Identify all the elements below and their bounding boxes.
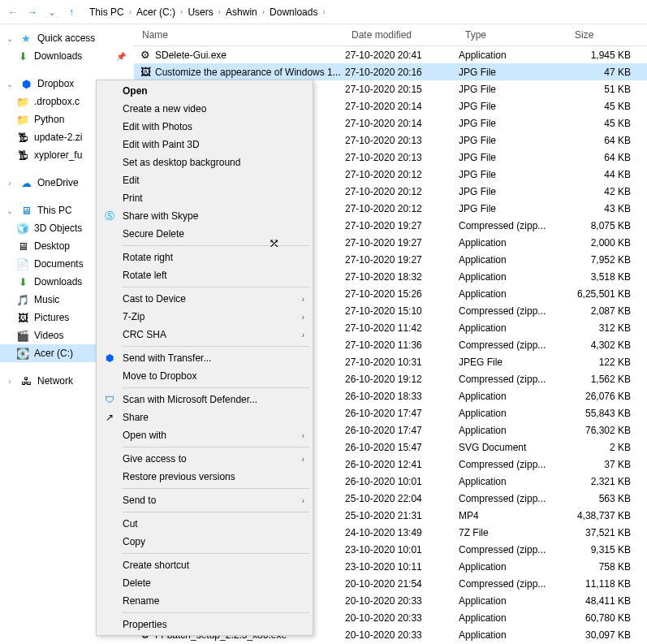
menu-item-label: Properties bbox=[123, 619, 167, 630]
menu-item-label: Send with Transfer... bbox=[123, 352, 211, 364]
menu-separator bbox=[123, 553, 309, 554]
file-type: JPG File bbox=[459, 186, 568, 197]
menu-item[interactable]: Cut bbox=[98, 515, 311, 533]
sidebar-item-label: Desktop bbox=[34, 240, 70, 252]
file-type: JPG File bbox=[459, 67, 568, 78]
menu-item[interactable]: ⬢Send with Transfer... bbox=[98, 349, 311, 367]
menu-item[interactable]: Set as desktop background bbox=[98, 153, 311, 171]
menu-item[interactable]: Properties bbox=[98, 616, 311, 633]
chevron-right-icon[interactable]: › bbox=[5, 377, 15, 386]
file-date: 27-10-2020 18:32 bbox=[345, 271, 459, 283]
chevron-down-icon[interactable]: ⌄ bbox=[5, 34, 15, 43]
menu-item[interactable]: Edit with Paint 3D bbox=[98, 136, 311, 153]
menu-item[interactable]: 🛡Scan with Microsoft Defender... bbox=[98, 391, 311, 408]
file-date: 27-10-2020 20:13 bbox=[345, 135, 459, 146]
breadcrumb-segment[interactable]: Ashwin bbox=[222, 5, 261, 19]
file-date: 27-10-2020 20:12 bbox=[345, 203, 459, 214]
docs-icon bbox=[16, 257, 29, 270]
chevron-right-icon[interactable]: › bbox=[262, 7, 265, 16]
sidebar-item-label: Downloads bbox=[34, 50, 82, 62]
file-date: 27-10-2020 20:14 bbox=[345, 118, 459, 129]
file-type: Application bbox=[459, 237, 568, 249]
file-type: Application bbox=[459, 408, 568, 419]
menu-item-label: Edit bbox=[123, 175, 140, 186]
chevron-right-icon: › bbox=[302, 455, 304, 464]
sidebar-quick-access[interactable]: ⌄ Quick access bbox=[0, 29, 134, 47]
chevron-right-icon[interactable]: › bbox=[322, 7, 325, 16]
menu-item[interactable]: Give access to› bbox=[98, 450, 311, 468]
up-button[interactable]: ↑ bbox=[62, 2, 81, 22]
file-date: 26-10-2020 15:47 bbox=[345, 442, 459, 453]
menu-item[interactable]: Edit with Photos bbox=[98, 118, 311, 136]
breadcrumb[interactable]: This PC›Acer (C:)›Users›Ashwin›Downloads… bbox=[86, 5, 326, 19]
file-date: 27-10-2020 19:27 bbox=[345, 254, 459, 266]
recent-dropdown-icon[interactable]: ⌄ bbox=[42, 2, 62, 22]
menu-item[interactable]: Copy bbox=[98, 533, 311, 551]
context-menu: OpenCreate a new videoEdit with PhotosEd… bbox=[96, 80, 313, 636]
forward-button[interactable]: → bbox=[23, 2, 42, 22]
chevron-right-icon: › bbox=[302, 331, 304, 339]
menu-item[interactable]: Delete bbox=[98, 574, 311, 592]
breadcrumb-segment[interactable]: Users bbox=[184, 5, 216, 19]
menu-item[interactable]: Create shortcut bbox=[98, 556, 311, 574]
file-date: 20-10-2020 20:33 bbox=[345, 595, 459, 607]
menu-separator bbox=[123, 612, 309, 613]
menu-item[interactable]: Rotate right bbox=[98, 249, 311, 266]
chevron-down-icon[interactable]: ⌄ bbox=[5, 80, 15, 89]
back-button[interactable]: ← bbox=[3, 2, 23, 22]
menu-item[interactable]: Restore previous versions bbox=[98, 468, 311, 486]
menu-item[interactable]: Create a new video bbox=[98, 100, 311, 118]
chevron-down-icon[interactable]: ⌄ bbox=[5, 206, 15, 215]
menu-item-label: Print bbox=[123, 192, 143, 204]
menu-separator bbox=[123, 287, 309, 287]
file-type: Application bbox=[459, 50, 568, 61]
menu-item-label: Open bbox=[123, 85, 148, 97]
zip-icon bbox=[16, 149, 29, 162]
menu-item[interactable]: CRC SHA› bbox=[98, 326, 311, 344]
menu-item[interactable]: ↗Share bbox=[98, 408, 311, 426]
menu-item[interactable]: Edit bbox=[98, 171, 311, 189]
menu-item[interactable]: 7-Zip› bbox=[98, 308, 311, 326]
column-date[interactable]: Date modified bbox=[345, 24, 459, 45]
column-type[interactable]: Type bbox=[459, 24, 568, 45]
menu-item[interactable]: Open bbox=[98, 82, 311, 100]
file-size: 47 KB bbox=[568, 67, 647, 78]
menu-item-label: Edit with Paint 3D bbox=[123, 139, 200, 150]
file-size: 4,302 KB bbox=[568, 339, 647, 351]
menu-item[interactable]: ⓈShare with Skype bbox=[98, 207, 311, 225]
menu-item-label: Rename bbox=[123, 595, 159, 607]
chevron-right-icon: › bbox=[302, 295, 304, 304]
menu-item-label: Move to Dropbox bbox=[123, 370, 196, 382]
chevron-right-icon[interactable]: › bbox=[129, 7, 132, 16]
menu-item[interactable]: Rotate left bbox=[98, 266, 311, 284]
breadcrumb-segment[interactable]: This PC bbox=[86, 5, 127, 19]
menu-item[interactable]: Cast to Device› bbox=[98, 290, 311, 308]
menu-item-label: Secure Delete bbox=[123, 228, 184, 240]
chevron-right-icon[interactable]: › bbox=[218, 7, 221, 16]
column-size[interactable]: Size bbox=[568, 24, 647, 45]
chevron-right-icon[interactable]: › bbox=[180, 7, 183, 16]
file-size: 64 KB bbox=[568, 152, 647, 163]
file-date: 27-10-2020 19:27 bbox=[345, 220, 459, 231]
obj-icon bbox=[16, 222, 29, 235]
file-row[interactable]: Customize the appearance of Windows 1...… bbox=[134, 63, 647, 80]
menu-item[interactable]: Open with› bbox=[98, 426, 311, 444]
menu-item[interactable]: Rename bbox=[98, 592, 311, 610]
file-type: JPG File bbox=[459, 101, 568, 112]
breadcrumb-segment[interactable]: Acer (C:) bbox=[133, 5, 179, 19]
file-type: MP4 bbox=[459, 510, 568, 521]
breadcrumb-segment[interactable]: Downloads bbox=[266, 5, 321, 19]
file-size: 64 KB bbox=[568, 135, 647, 146]
menu-item[interactable]: Print bbox=[98, 189, 311, 207]
menu-item[interactable]: Send to› bbox=[98, 491, 311, 509]
file-size: 2,321 KB bbox=[568, 476, 647, 487]
chevron-right-icon[interactable]: › bbox=[5, 179, 15, 188]
column-name[interactable]: Name bbox=[134, 24, 345, 45]
file-type: Application bbox=[459, 254, 568, 266]
file-row[interactable]: SDelete-Gui.exe27-10-2020 20:41Applicati… bbox=[134, 46, 647, 63]
file-date: 26-10-2020 18:33 bbox=[345, 391, 459, 402]
file-size: 60,780 KB bbox=[568, 612, 647, 624]
sidebar-item[interactable]: Downloads📌 bbox=[0, 47, 134, 65]
menu-item[interactable]: Move to Dropbox bbox=[98, 367, 311, 385]
menu-item[interactable]: Secure Delete bbox=[98, 225, 311, 243]
